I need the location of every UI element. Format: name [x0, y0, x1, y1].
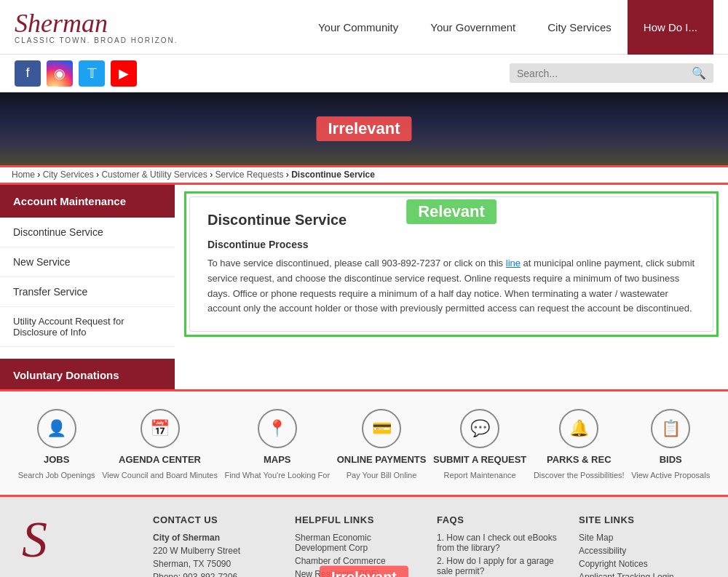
quick-link-agenda[interactable]: 📅 AGENDA CENTER View Council and Board M… — [102, 409, 218, 479]
agenda-icon: 📅 — [141, 409, 180, 448]
maps-icon: 📍 — [258, 409, 297, 448]
footer-faqs: FAQS 1. How can I check out eBooks from … — [437, 514, 564, 577]
agenda-title: AGENDA CENTER — [119, 454, 201, 465]
sidebar-new-service[interactable]: New Service — [0, 247, 175, 277]
footer-contact-title: CONTACT US — [153, 514, 280, 525]
twitter-icon[interactable]: 𝕋 — [79, 60, 105, 87]
footer-site-map[interactable]: Site Map — [579, 533, 706, 543]
footer-logo: S — [22, 514, 138, 565]
footer-site-links-title: SITE LINKS — [579, 514, 706, 525]
quick-links-section: 👤 JOBS Search Job Openings 📅 AGENDA CENT… — [0, 391, 728, 497]
footer-org: City of Sherman — [153, 533, 280, 543]
logo-main: Sherman — [15, 10, 178, 36]
parks-sub: Discover the Possibilities! — [534, 471, 625, 479]
quick-link-bids[interactable]: 📋 BIDS View Active Proposals — [631, 409, 710, 479]
nav-your-government[interactable]: Your Government — [414, 0, 531, 55]
footer-link-economic[interactable]: Sherman Economic Development Corp — [295, 533, 422, 553]
footer-faq-1[interactable]: 1. How can I check out eBooks from the l… — [437, 533, 564, 553]
quick-link-parks[interactable]: 🔔 PARKS & REC Discover the Possibilities… — [534, 409, 625, 479]
logo-sub: CLASSIC TOWN. BROAD HORIZON. — [15, 36, 178, 44]
footer-contact: CONTACT US City of Sherman 220 W Mulberr… — [153, 514, 280, 577]
nav-your-community[interactable]: Your Community — [302, 0, 414, 55]
footer-address2: Sherman, TX 75090 — [153, 559, 280, 569]
sidebar-voluntary-donations-header: Voluntary Donations — [0, 359, 175, 391]
main-content-area: Relevant Discontinue Service Discontinue… — [175, 185, 728, 391]
search-area: 🔍 — [510, 63, 713, 83]
nav-city-services[interactable]: City Services — [531, 0, 628, 55]
site-header: Sherman CLASSIC TOWN. BROAD HORIZON. You… — [0, 0, 728, 55]
service-section-title: Discontinue Process — [207, 239, 695, 250]
footer-logo-area: S — [22, 514, 138, 577]
youtube-icon[interactable]: ▶ — [111, 60, 137, 87]
bids-sub: View Active Proposals — [631, 471, 710, 479]
hero-image: Irrelevant — [0, 92, 728, 165]
discontinue-link[interactable]: line — [506, 258, 521, 268]
social-search-bar: f ◉ 𝕋 ▶ 🔍 — [0, 55, 728, 92]
bids-title: BIDS — [660, 454, 682, 465]
breadcrumb-home[interactable]: Home — [12, 170, 35, 180]
quick-link-payments[interactable]: 💳 ONLINE PAYMENTS Pay Your Bill Online — [337, 409, 427, 479]
main-nav: Your Community Your Government City Serv… — [302, 0, 713, 55]
facebook-icon[interactable]: f — [15, 60, 41, 87]
footer-site-links: SITE LINKS Site Map Accessibility Copyri… — [579, 514, 706, 577]
search-input[interactable] — [517, 68, 692, 79]
maps-title: MAPS — [264, 454, 291, 465]
quick-link-submit-request[interactable]: 💬 SUBMIT A REQUEST Report Maintenance — [433, 409, 526, 479]
footer-faqs-title: FAQS — [437, 514, 564, 525]
logo[interactable]: Sherman CLASSIC TOWN. BROAD HORIZON. — [15, 10, 178, 44]
breadcrumb-current: Discontinue Service — [291, 170, 375, 180]
footer-phone: Phone: 903-892-7206 — [153, 572, 280, 577]
jobs-sub: Search Job Openings — [18, 471, 95, 479]
footer-copyright[interactable]: Copyright Notices — [579, 559, 706, 569]
sidebar-utility-account[interactable]: Utility Account Request for Disclosure o… — [0, 307, 175, 347]
footer: S CONTACT US City of Sherman 220 W Mulbe… — [0, 497, 728, 577]
hero-irrelevant-badge: Irrelevant — [316, 116, 411, 141]
payments-icon: 💳 — [362, 409, 401, 448]
agenda-sub: View Council and Board Minutes — [102, 471, 218, 479]
search-button[interactable]: 🔍 — [692, 66, 706, 80]
footer-helpful-title: HELPFUL LINKS — [295, 514, 422, 525]
sidebar: Account Maintenance Discontinue Service … — [0, 185, 175, 391]
instagram-icon[interactable]: ◉ — [47, 60, 73, 87]
breadcrumb: Home › City Services › Customer & Utilit… — [12, 170, 375, 180]
breadcrumb-city-services[interactable]: City Services — [43, 170, 94, 180]
parks-title: PARKS & REC — [547, 454, 612, 465]
bids-icon: 📋 — [651, 409, 690, 448]
quick-link-jobs[interactable]: 👤 JOBS Search Job Openings — [18, 409, 95, 479]
submit-request-sub: Report Maintenance — [444, 471, 516, 479]
social-icons: f ◉ 𝕋 ▶ — [15, 60, 137, 87]
payments-sub: Pay Your Bill Online — [347, 471, 417, 479]
footer-link-new-residents[interactable]: New Residents (PDF) — [295, 569, 422, 577]
nav-how-do-i[interactable]: How Do I... — [628, 0, 713, 55]
footer-helpful-links: HELPFUL LINKS Sherman Economic Developme… — [295, 514, 422, 577]
quick-link-maps[interactable]: 📍 MAPS Find What You're Looking For — [224, 409, 330, 479]
breadcrumb-service-requests[interactable]: Service Requests — [215, 170, 283, 180]
submit-request-title: SUBMIT A REQUEST — [433, 454, 526, 465]
footer-link-chamber[interactable]: Chamber of Commerce — [295, 556, 422, 566]
content-relevant-badge: Relevant — [406, 199, 496, 224]
sidebar-discontinue-service[interactable]: Discontinue Service — [0, 218, 175, 247]
main-layout: Account Maintenance Discontinue Service … — [0, 185, 728, 391]
service-description: To have service discontinued, please cal… — [207, 256, 695, 317]
sidebar-account-maintenance-header: Account Maintenance — [0, 185, 175, 218]
footer-address1: 220 W Mulberry Street — [153, 546, 280, 556]
submit-request-icon: 💬 — [460, 409, 499, 448]
jobs-icon: 👤 — [37, 409, 76, 448]
breadcrumb-customer-utility[interactable]: Customer & Utility Services — [101, 170, 207, 180]
parks-icon: 🔔 — [559, 409, 598, 448]
footer-applicant-tracking[interactable]: Applicant Tracking Login — [579, 572, 706, 577]
jobs-title: JOBS — [44, 454, 69, 465]
footer-grid: S CONTACT US City of Sherman 220 W Mulbe… — [22, 514, 706, 577]
sidebar-transfer-service[interactable]: Transfer Service — [0, 277, 175, 307]
maps-sub: Find What You're Looking For — [224, 471, 330, 479]
payments-title: ONLINE PAYMENTS — [337, 454, 427, 465]
footer-faq-2[interactable]: 2. How do I apply for a garage sale perm… — [437, 556, 564, 576]
footer-accessibility[interactable]: Accessibility — [579, 546, 706, 556]
